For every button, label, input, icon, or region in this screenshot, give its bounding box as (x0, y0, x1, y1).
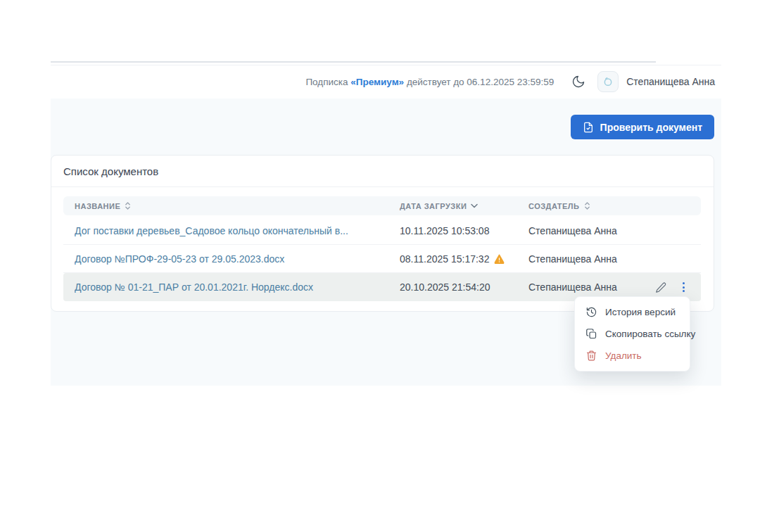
moon-icon (571, 75, 585, 89)
top-divider-light (51, 65, 721, 65)
check-document-label: Проверить документ (600, 122, 702, 133)
creator-name: Степанищева Анна (528, 225, 701, 236)
creator-name: Степанищева Анна (528, 253, 701, 265)
menu-item-label: История версий (605, 307, 676, 317)
documents-card-title: Список документов (51, 156, 714, 186)
menu-item-copy-link[interactable]: Скопировать ссылку (575, 323, 690, 345)
table-row: Дог поставки деревьев_Садовое кольцо око… (63, 217, 701, 245)
menu-item-label: Скопировать ссылку (605, 329, 695, 339)
kebab-icon (683, 282, 685, 292)
menu-item-label: Удалить (605, 350, 642, 361)
subscription-suffix: действует до 06.12.2025 23:59:59 (404, 77, 554, 87)
check-document-button[interactable]: Проверить документ (571, 115, 714, 139)
sort-both-icon (584, 201, 590, 210)
row-menu-button[interactable] (676, 279, 691, 295)
sort-desc-icon (471, 203, 478, 208)
column-creator-label: СОЗДАТЕЛЬ (528, 202, 580, 210)
subscription-prefix: Подписка (305, 77, 350, 87)
user-name[interactable]: Степанищева Анна (626, 76, 715, 87)
history-icon (585, 306, 597, 318)
warning-icon[interactable] (493, 253, 505, 265)
copy-icon (585, 328, 597, 340)
avatar-logo-icon (602, 76, 614, 87)
column-header-name[interactable]: НАЗВАНИЕ (63, 201, 400, 210)
column-header-upload-date[interactable]: ДАТА ЗАГРУЗКИ (400, 202, 528, 210)
table-row: Договор №ПРОФ-29-05-23 от 29.05.2023.doc… (63, 245, 701, 273)
document-link[interactable]: Договор №ПРОФ-29-05-23 от 29.05.2023.doc… (75, 253, 400, 265)
menu-item-version-history[interactable]: История версий (575, 301, 690, 323)
column-header-creator[interactable]: СОЗДАТЕЛЬ (528, 201, 701, 210)
subscription-status: Подписка «Премиум» действует до 06.12.20… (305, 77, 554, 87)
upload-date: 08.11.2025 15:17:32 (400, 253, 489, 265)
row-context-menu: История версий Скопировать ссылку Удалит… (574, 296, 690, 372)
dark-mode-toggle[interactable] (569, 72, 588, 91)
sort-both-icon (125, 201, 131, 210)
card-divider (51, 186, 714, 187)
column-name-label: НАЗВАНИЕ (75, 202, 120, 210)
subscription-plan[interactable]: «Премиум» (350, 77, 404, 87)
menu-item-delete[interactable]: Удалить (575, 345, 690, 367)
edit-button[interactable] (653, 279, 669, 295)
document-link[interactable]: Дог поставки деревьев_Садовое кольцо око… (75, 225, 400, 236)
pencil-icon (655, 281, 667, 293)
column-upload-date-label: ДАТА ЗАГРУЗКИ (400, 202, 467, 210)
documents-card: Список документов НАЗВАНИЕ ДАТА ЗАГРУЗКИ… (51, 155, 714, 312)
table-body: Дог поставки деревьев_Садовое кольцо око… (63, 217, 701, 301)
table-header-row: НАЗВАНИЕ ДАТА ЗАГРУЗКИ СОЗДАТЕЛЬ (63, 196, 701, 215)
avatar[interactable] (597, 71, 619, 92)
top-divider-strong (51, 61, 656, 63)
document-link[interactable]: Договор № 01-21_ПАР от 20.01.2021г. Норд… (75, 281, 400, 293)
trash-icon (585, 350, 597, 362)
upload-date: 20.10.2025 21:54:20 (400, 281, 490, 293)
upload-date: 10.11.2025 10:53:08 (400, 225, 489, 236)
header-bar: Подписка «Премиум» действует до 06.12.20… (51, 66, 715, 97)
document-check-icon (583, 122, 594, 133)
